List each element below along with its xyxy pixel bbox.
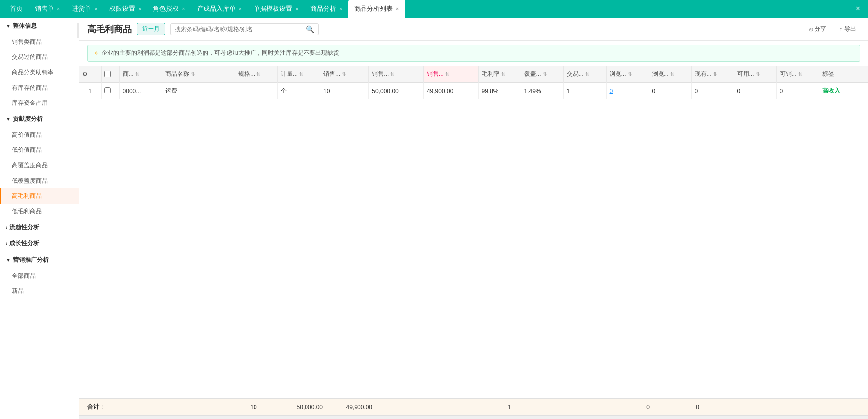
sidebar-group-marketing[interactable]: ▼ 营销推广分析 [0,252,79,268]
nav-item-permission[interactable]: 权限设置 × [103,0,147,18]
sidebar-group-trend[interactable]: › 流趋性分析 [0,219,79,235]
search-box: 🔍 [170,23,319,35]
cell-coverage: 1.49% [521,83,563,99]
sidebar-item-low-margin[interactable]: 低毛利商品 [0,204,79,219]
nav-item-sales[interactable]: 销售单 × [29,0,66,18]
page-title: 高毛利商品 [87,23,132,35]
bottom-scrollbar[interactable] [79,415,868,419]
share-icon: ⎋ [809,26,813,33]
th-sales-amount[interactable]: 销售...⇅ [369,66,424,83]
info-icon: ✧ [94,50,99,57]
th-coverage[interactable]: 覆盖...⇅ [521,66,563,83]
search-icon[interactable]: 🔍 [306,25,314,33]
footer-sales-amount: 50,000.00 [283,404,323,411]
nav-item-role[interactable]: 角色授权 × [147,0,191,18]
th-name[interactable]: 商品名称⇅ [162,66,235,83]
info-banner: ✧ 企业的主要的利润都是这部分商品创造的，可考虑加大推广，同时关注库存是不要出现… [87,45,860,62]
th-current-stock[interactable]: 现有...⇅ [691,66,734,83]
th-tag[interactable]: 标签 [819,66,868,83]
nav-close-sales[interactable]: × [57,6,60,12]
cell-sellable-stock: 0 [776,83,819,99]
sidebar-group-overall[interactable]: ▼ 整体信息 [0,18,79,34]
th-settings[interactable]: ⚙ [79,66,101,83]
table-footer: 合计： 10 50,000.00 49,900.00 1 0 0 [79,398,868,415]
footer-sales-profit: 49,900.00 [333,404,372,411]
nav-close-product-in[interactable]: × [239,6,242,12]
sidebar-item-high-value[interactable]: 高价值商品 [0,127,79,142]
cell-index: 1 [79,83,101,99]
th-checkbox[interactable] [101,66,119,83]
th-transaction[interactable]: 交易...⇅ [563,66,606,83]
data-table: ⚙ 商...⇅ 商品名称⇅ 规格...⇅ [79,66,868,99]
nav-close-analysis-list[interactable]: × [396,6,399,12]
cell-sales-qty: 10 [320,83,369,99]
share-button[interactable]: ⎋ 分享 [805,23,830,35]
sidebar-item-traded-goods[interactable]: 交易过的商品 [0,49,79,65]
nav-close-analysis[interactable]: × [339,6,342,12]
cell-spec [235,83,278,99]
nav-window-close[interactable]: × [852,4,864,13]
cell-browse2: 0 [649,83,691,99]
cell-tag: 高收入 [819,83,868,99]
th-available-stock[interactable]: 可用...⇅ [734,66,776,83]
sidebar-item-stock-capital[interactable]: 库存资金占用 [0,95,79,111]
nav-item-analysis[interactable]: 商品分析 × [305,0,348,18]
th-gross-margin[interactable]: 毛利率⇅ [478,66,521,83]
arrow-trend: › [6,225,7,230]
cell-gross-margin: 99.8% [478,83,521,99]
export-button[interactable]: ↑ 导出 [835,23,860,35]
sidebar-item-sales-goods[interactable]: 销售类商品 [0,34,79,49]
cell-sales-profit: 49,900.00 [423,83,478,99]
nav-close-purchase[interactable]: × [94,6,97,12]
sidebar-group-growth[interactable]: › 成长性分析 [0,235,79,252]
sidebar-item-low-value[interactable]: 低价值商品 [0,142,79,158]
filter-recent-month-button[interactable]: 近一月 [137,23,165,35]
nav-close-template[interactable]: × [295,6,298,12]
arrow-overall: ▼ [6,23,11,29]
cell-checkbox[interactable] [101,83,119,99]
row-checkbox[interactable] [104,87,111,93]
table-container[interactable]: ⚙ 商...⇅ 商品名称⇅ 规格...⇅ [79,66,868,398]
th-sellable-stock[interactable]: 可销...⇅ [776,66,819,83]
th-code[interactable]: 商...⇅ [119,66,162,83]
sidebar-collapse-btn[interactable]: « [77,23,79,38]
sidebar-item-category-rate[interactable]: 商品分类助销率 [0,65,79,80]
th-spec[interactable]: 规格...⇅ [235,66,278,83]
content-area: 高毛利商品 近一月 🔍 ⎋ 分享 ↑ 导出 ✧ 企业的主要的利润都是这部分商品创… [79,18,868,419]
sidebar-item-high-margin[interactable]: 高毛利商品 [0,188,79,204]
search-input[interactable] [175,26,306,33]
nav-close-role[interactable]: × [182,6,185,12]
content-header: 高毛利商品 近一月 🔍 ⎋ 分享 ↑ 导出 [79,18,868,41]
th-unit[interactable]: 计量...⇅ [278,66,320,83]
th-sales-profit[interactable]: 销售...⇅ [423,66,478,83]
sidebar-group-contribution[interactable]: ▼ 贡献度分析 [0,111,79,127]
sidebar-item-in-stock[interactable]: 有库存的商品 [0,80,79,95]
arrow-growth: › [6,241,7,246]
table-header-row: ⚙ 商...⇅ 商品名称⇅ 规格...⇅ [79,66,868,83]
sidebar-item-high-coverage[interactable]: 高覆盖度商品 [0,158,79,173]
sidebar-item-low-coverage[interactable]: 低覆盖度商品 [0,173,79,188]
footer-available-stock: 0 [660,404,699,411]
select-all-checkbox[interactable] [104,71,111,77]
th-sales-qty[interactable]: 销售...⇅ [320,66,369,83]
cell-available-stock: 0 [734,83,776,99]
arrow-marketing: ▼ [6,257,11,263]
footer-transaction: 1 [471,404,511,411]
nav-item-home[interactable]: 首页 [4,0,29,18]
table-row: 1 0000... 运费 个 10 50,000.00 49,900.00 99… [79,83,868,99]
cell-name: 运费 [162,83,235,99]
cell-current-stock: 0 [691,83,734,99]
footer-sales-qty: 10 [234,404,273,411]
nav-item-analysis-list[interactable]: 商品分析列表 × [348,0,405,18]
footer-current-stock: 0 [610,404,650,411]
export-icon: ↑ [839,26,842,33]
th-browse1[interactable]: 浏览...⇅ [606,66,649,83]
sidebar-item-new-goods[interactable]: 新品 [0,283,79,299]
nav-item-product-in[interactable]: 产成品入库单 × [191,0,248,18]
nav-close-permission[interactable]: × [138,6,141,12]
cell-browse1[interactable]: 0 [606,83,649,99]
nav-item-template[interactable]: 单据模板设置 × [248,0,304,18]
nav-item-purchase[interactable]: 进货单 × [66,0,103,18]
th-browse2[interactable]: 浏览...⇅ [649,66,691,83]
sidebar-item-all-goods[interactable]: 全部商品 [0,268,79,283]
